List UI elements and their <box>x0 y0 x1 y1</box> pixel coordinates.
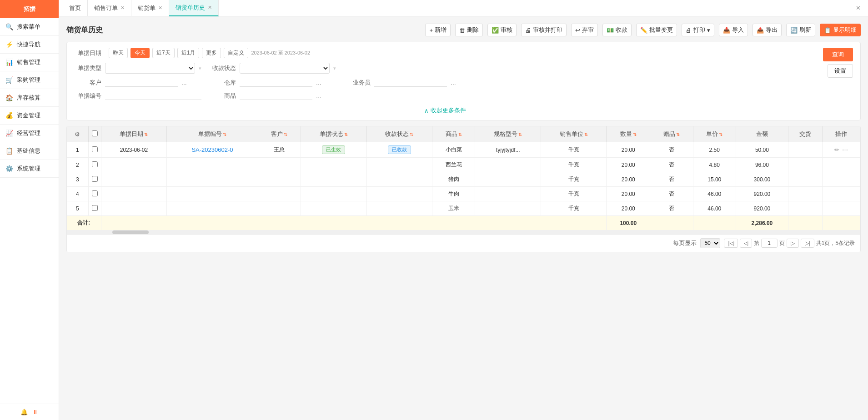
col-gift[interactable]: 赠品⇅ <box>650 126 693 142</box>
row-checkbox-cell[interactable] <box>88 142 101 158</box>
col-doc-date[interactable]: 单据日期⇅ <box>101 126 166 142</box>
settings-icon: ⚙ <box>75 131 80 138</box>
prev-page-btn[interactable]: ◁ <box>740 239 752 248</box>
doc-no-input[interactable] <box>105 91 201 100</box>
salesperson-dots[interactable]: ... <box>451 79 456 86</box>
money-icon: 💰 <box>5 112 13 119</box>
first-page-btn[interactable]: |◁ <box>724 239 738 248</box>
abandon-button[interactable]: ↩ 弃审 <box>571 24 598 36</box>
refresh-button[interactable]: 🔄 刷新 <box>786 24 815 36</box>
date-btn-more[interactable]: 更多 <box>202 48 221 58</box>
query-button[interactable]: 查询 <box>823 48 853 61</box>
sidebar-item-finance[interactable]: 💰 资金管理 <box>0 107 59 125</box>
last-page-btn[interactable]: ▷| <box>801 239 814 248</box>
sidebar-item-sys-mgmt[interactable]: ⚙️ 系统管理 <box>0 160 59 178</box>
sidebar-item-sales-mgmt[interactable]: 📊 销售管理 <box>0 54 59 71</box>
col-spec[interactable]: 规格型号⇅ <box>475 126 541 142</box>
close-all-tabs[interactable]: ✕ <box>852 5 864 11</box>
sidebar-item-search-menu[interactable]: 🔍 搜索菜单 <box>0 18 59 36</box>
tab-sales-goods[interactable]: 销货单 ✕ <box>131 0 169 16</box>
per-page-select[interactable]: 50 <box>700 238 720 248</box>
delete-button[interactable]: 🗑 删除 <box>455 24 483 36</box>
pagination: |◁ ◁ 第 页 ▷ ▷| 共1页，5条记录 <box>724 239 855 248</box>
col-unit[interactable]: 销售单位⇅ <box>541 126 606 142</box>
edit-action-icon[interactable]: ✏ <box>834 146 839 153</box>
close-tab-sales-goods[interactable]: ✕ <box>158 5 162 11</box>
cell-spec <box>475 201 541 216</box>
sort-doc-date-icon: ⇅ <box>144 132 148 137</box>
sidebar-item-operations[interactable]: 📈 经营管理 <box>0 125 59 142</box>
row-select-checkbox[interactable] <box>92 161 98 167</box>
row-select-checkbox[interactable] <box>92 190 98 196</box>
col-qty[interactable]: 数量⇅ <box>607 126 650 142</box>
date-btn-today[interactable]: 今天 <box>130 48 150 58</box>
collect-status-select[interactable] <box>240 63 330 74</box>
goods-input[interactable] <box>240 91 312 100</box>
sidebar-item-purchase-mgmt[interactable]: 🛒 采购管理 <box>0 71 59 89</box>
doc-type-select[interactable] <box>105 63 195 74</box>
tab-home[interactable]: 首页 <box>63 0 88 16</box>
col-unit-price[interactable]: 单价⇅ <box>693 126 736 142</box>
pause-icon[interactable]: ⏸ <box>32 409 38 415</box>
batch-change-button[interactable]: ✏️ 批量变更 <box>636 24 677 36</box>
customer-input[interactable] <box>105 78 178 87</box>
col-customer[interactable]: 客户⇅ <box>258 126 301 142</box>
more-action-icon[interactable]: ⋯ <box>842 146 848 153</box>
warehouse-dots[interactable]: ... <box>316 79 321 86</box>
date-btn-yesterday[interactable]: 昨天 <box>109 48 128 58</box>
print-button[interactable]: 🖨 打印 ▾ <box>682 24 714 36</box>
row-checkbox-cell[interactable] <box>88 172 101 187</box>
col-collect-status[interactable]: 收款状态⇅ <box>366 126 432 142</box>
table-scroll-bar[interactable] <box>67 230 860 234</box>
row-select-checkbox[interactable] <box>92 176 98 182</box>
audit-button[interactable]: ✅ 审核 <box>487 24 517 36</box>
close-tab-sales-history[interactable]: ✕ <box>208 5 212 10</box>
select-all-checkbox[interactable] <box>92 130 98 136</box>
salesperson-input[interactable] <box>374 78 447 87</box>
goods-dots[interactable]: ... <box>316 92 321 100</box>
date-btn-7days[interactable]: 近7天 <box>152 48 175 58</box>
row-checkbox-cell[interactable] <box>88 187 101 201</box>
setting-button[interactable]: 设置 <box>828 64 853 78</box>
add-button[interactable]: + 新增 <box>425 24 451 36</box>
doc-no-link[interactable]: SA-20230602-0 <box>191 146 233 153</box>
close-tab-sales-order[interactable]: ✕ <box>120 5 125 11</box>
cell-customer <box>258 158 301 172</box>
warehouse-input[interactable] <box>240 78 312 87</box>
audit-print-button[interactable]: 🖨 审核并打印 <box>521 24 567 36</box>
import-icon: 📥 <box>723 27 730 34</box>
sidebar-logo: 拓据 <box>0 0 59 18</box>
date-btn-1month[interactable]: 近1月 <box>177 48 200 58</box>
tab-sales-order[interactable]: 销售订单 ✕ <box>88 0 131 16</box>
display-detail-button[interactable]: 📋 显示明细 <box>820 24 861 36</box>
sidebar-item-base-info[interactable]: 📋 基础信息 <box>0 142 59 160</box>
table-row: 5玉米千克20.00否46.00920.00 <box>67 201 860 216</box>
tab-sales-history[interactable]: 销货单历史 ✕ <box>169 0 219 16</box>
row-num-cell: 3 <box>67 172 88 187</box>
table-scroll-thumb[interactable] <box>112 230 149 234</box>
date-btn-custom[interactable]: 自定义 <box>224 48 248 58</box>
export-button[interactable]: 📤 导出 <box>753 24 782 36</box>
sidebar-item-inventory[interactable]: 🏠 库存核算 <box>0 89 59 107</box>
collect-button[interactable]: 💵 收款 <box>602 24 632 36</box>
import-button[interactable]: 📥 导入 <box>719 24 748 36</box>
collapse-link[interactable]: ∧ 收起更多条件 <box>74 105 816 115</box>
row-checkbox-cell[interactable] <box>88 158 101 172</box>
notification-icon[interactable]: 🔔 <box>20 409 28 415</box>
row-checkbox-cell[interactable] <box>88 201 101 216</box>
next-page-btn[interactable]: ▷ <box>787 239 799 248</box>
col-doc-status[interactable]: 单据状态⇅ <box>301 126 366 142</box>
collect-status-dropdown-icon: ▾ <box>333 65 336 71</box>
row-select-checkbox[interactable] <box>92 205 98 211</box>
page-number-input[interactable] <box>761 239 778 248</box>
row-select-checkbox[interactable] <box>92 146 98 152</box>
filter-goods: 商品 ... <box>209 91 336 100</box>
col-settings[interactable]: ⚙ <box>67 126 88 142</box>
col-checkbox <box>88 126 101 142</box>
customer-dots[interactable]: ... <box>181 79 187 86</box>
col-goods[interactable]: 商品⇅ <box>432 126 475 142</box>
col-doc-no[interactable]: 单据编号⇅ <box>167 126 258 142</box>
col-amount: 金额 <box>736 126 788 142</box>
sidebar-item-quick-nav[interactable]: ⚡ 快捷导航 <box>0 36 59 54</box>
trash-icon: 🗑 <box>459 27 465 34</box>
